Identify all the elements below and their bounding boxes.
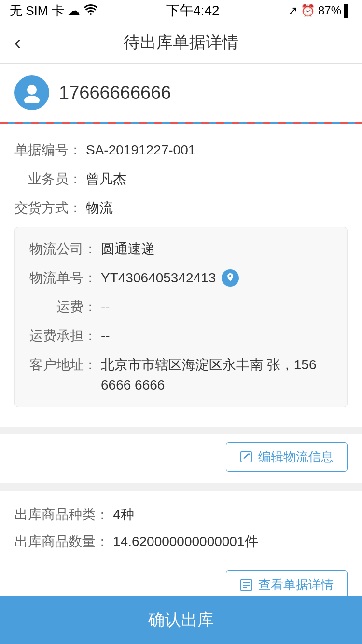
logistics-company-row: 物流公司： 圆通速递 [29, 239, 333, 259]
svg-point-1 [24, 96, 40, 103]
status-time: 下午4:42 [166, 1, 220, 20]
location-icon: ↗ [288, 4, 298, 17]
salesperson-label: 业务员： [14, 169, 82, 189]
customer-header: 17666666666 [0, 64, 362, 122]
view-detail-button[interactable]: 查看单据详情 [226, 570, 348, 600]
delivery-method-row: 交货方式： 物流 [14, 198, 348, 218]
location-pin-icon[interactable] [222, 269, 239, 287]
delivery-method-label: 交货方式： [14, 198, 82, 218]
order-info-section: 单据编号： SA-20191227-001 业务员： 曾凡杰 交货方式： 物流 … [0, 126, 362, 427]
freight-bearer-value: -- [101, 326, 333, 346]
tracking-no-label: 物流单号： [29, 268, 97, 288]
section-separator-1 [0, 483, 362, 491]
status-left: 无 SIM 卡 ☁ [10, 2, 97, 19]
dashed-divider [0, 122, 362, 126]
freight-bearer-row: 运费承担： -- [29, 326, 333, 346]
customer-phone: 17666666666 [59, 83, 171, 103]
delivery-method-value: 物流 [86, 198, 348, 218]
address-label: 客户地址： [29, 355, 97, 375]
logistics-company-label: 物流公司： [29, 239, 97, 259]
main-content: 17666666666 单据编号： SA-20191227-001 业务员： 曾… [0, 64, 362, 644]
page-title: 待出库单据详情 [124, 31, 238, 54]
wifi-icon [84, 3, 97, 18]
no-sim-text: 无 SIM 卡 ☁ [10, 2, 80, 19]
edit-button-row: 编辑物流信息 [0, 434, 362, 483]
salesperson-value: 曾凡杰 [86, 169, 348, 189]
salesperson-row: 业务员： 曾凡杰 [14, 169, 348, 189]
address-value: 北京市市辖区海淀区永丰南 张，156 6666 6666 [101, 355, 333, 395]
freight-value: -- [101, 297, 333, 317]
view-detail-label: 查看单据详情 [258, 576, 334, 593]
alarm-icon: ⏰ [301, 4, 315, 17]
freight-bearer-label: 运费承担： [29, 326, 97, 346]
document-icon [240, 578, 253, 592]
edit-icon [240, 450, 253, 464]
product-type-label: 出库商品种类： [14, 505, 109, 524]
product-type-row: 出库商品种类： 4种 [14, 505, 348, 524]
address-row: 客户地址： 北京市市辖区海淀区永丰南 张，156 6666 6666 [29, 355, 333, 395]
logistics-card: 物流公司： 圆通速递 物流单号： YT4306405342413 运费： -- [14, 227, 348, 407]
battery-text: 87% [318, 4, 341, 17]
nav-bar: ‹ 待出库单据详情 [0, 21, 362, 64]
product-quantity-label: 出库商品数量： [14, 532, 109, 551]
freight-row: 运费： -- [29, 297, 333, 317]
battery-icon: ▌ [344, 4, 352, 17]
tracking-no-row: 物流单号： YT4306405342413 [29, 268, 333, 288]
product-quantity-value: 14.620000000000001件 [113, 532, 258, 551]
status-right: ↗ ⏰ 87% ▌ [288, 4, 352, 17]
freight-label: 运费： [29, 297, 97, 317]
logistics-company-value: 圆通速递 [101, 239, 333, 259]
order-no-value: SA-20191227-001 [86, 140, 348, 160]
back-button[interactable]: ‹ [14, 33, 21, 52]
user-icon [21, 82, 42, 103]
status-bar: 无 SIM 卡 ☁ 下午4:42 ↗ ⏰ 87% ▌ [0, 0, 362, 21]
confirm-button[interactable]: 确认出库 [0, 596, 362, 644]
product-type-value: 4种 [113, 505, 134, 524]
confirm-button-label: 确认出库 [148, 609, 214, 631]
product-section: 出库商品种类： 4种 出库商品数量： 14.620000000000001件 [0, 491, 362, 562]
edit-logistics-button[interactable]: 编辑物流信息 [226, 442, 348, 472]
tracking-no-value: YT4306405342413 [101, 268, 333, 288]
order-no-label: 单据编号： [14, 140, 82, 160]
avatar [14, 75, 49, 110]
svg-point-0 [27, 85, 37, 95]
edit-logistics-label: 编辑物流信息 [258, 448, 334, 465]
product-quantity-row: 出库商品数量： 14.620000000000001件 [14, 532, 348, 551]
order-no-row: 单据编号： SA-20191227-001 [14, 140, 348, 160]
